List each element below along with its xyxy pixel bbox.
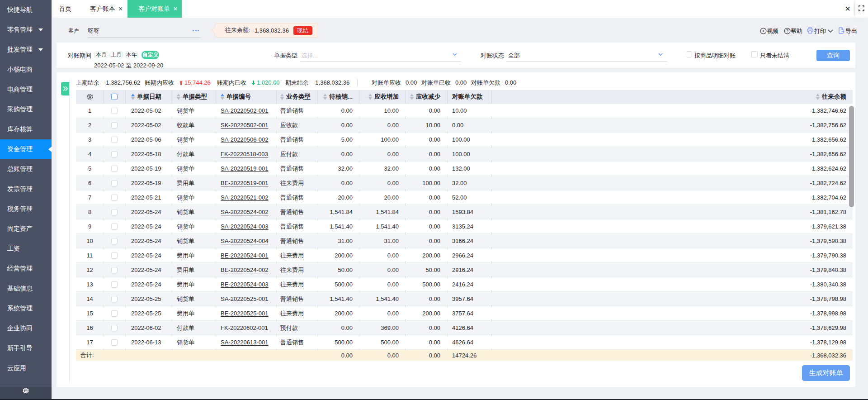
column-header[interactable]: 往来余额 (491, 90, 853, 104)
sort-icon[interactable] (221, 94, 224, 100)
table-row[interactable]: 152022-05-25费用单BE-20220525-001往来费用200.00… (76, 306, 853, 321)
tab-客户对账单[interactable]: 客户对账单× (127, 0, 181, 18)
table-row[interactable]: 112022-05-24费用单BE-20220524-001往来费用200.00… (76, 248, 853, 263)
row-checkbox[interactable] (111, 209, 118, 215)
table-row[interactable]: 52022-05-19销货单SA-20220519-001普通销售32.0032… (76, 162, 853, 176)
row-checkbox[interactable] (111, 151, 118, 157)
table-row[interactable]: 12022-05-02销货单SA-20220502-001普通销售0.0010.… (76, 104, 853, 118)
table-row[interactable]: 122022-05-24费用单BE-20220524-002往来费用50.000… (76, 263, 853, 277)
doc-number-link[interactable]: SA-20220519-001 (221, 165, 269, 172)
table-row[interactable]: 82022-05-24销货单SA-20220524-002普通销售1,541.8… (76, 205, 853, 219)
gear-icon[interactable] (86, 93, 94, 100)
table-row[interactable]: 32022-05-06销货单SA-20220506-002普通销售5.00100… (76, 133, 853, 147)
sort-icon[interactable] (816, 94, 820, 100)
period-pill-本年[interactable]: 本年 (125, 51, 138, 59)
more-icon[interactable] (193, 29, 200, 32)
sort-icon[interactable] (323, 94, 327, 100)
sidebar-item[interactable]: 经营管理 (0, 259, 52, 279)
sidebar-settings[interactable] (0, 387, 52, 399)
doc-number-link[interactable]: SA-20220613-001 (221, 339, 269, 346)
row-checkbox[interactable] (111, 325, 118, 331)
sidebar-item[interactable]: 快捷导航 (0, 0, 52, 20)
column-settings-header[interactable] (76, 90, 104, 104)
sort-icon[interactable] (410, 94, 414, 100)
status-select[interactable]: 全部 (508, 52, 520, 60)
table-row[interactable]: 142022-05-25销货单SA-20220525-001普通销售1,541.… (76, 292, 853, 306)
sort-icon[interactable] (280, 94, 284, 100)
unsettled-checkbox[interactable] (751, 51, 758, 57)
doc-number-link[interactable]: SA-20220525-001 (221, 295, 269, 302)
row-checkbox[interactable] (111, 281, 118, 288)
tab-首页[interactable]: 首页 (52, 0, 78, 18)
play-circle-icon[interactable] (760, 28, 767, 34)
select-all-checkbox[interactable] (111, 94, 118, 100)
row-checkbox[interactable] (111, 238, 118, 244)
table-row[interactable]: 102022-05-24销货单SA-20220524-004普通销售31.003… (76, 234, 853, 248)
row-checkbox[interactable] (111, 108, 118, 114)
table-row[interactable]: 162022-06-02付款单FK-20220602-001预付款0.00369… (76, 321, 853, 335)
doc-number-link[interactable]: BE-20220524-002 (221, 267, 269, 273)
question-circle-icon[interactable] (784, 28, 791, 34)
customer-input-value[interactable]: 呀呀 (88, 27, 99, 35)
row-checkbox[interactable] (111, 296, 118, 302)
sidebar-item[interactable]: 税务管理 (0, 199, 52, 219)
period-pill-自定义[interactable]: 自定义 (142, 51, 159, 59)
table-row[interactable]: 92022-05-24销货单SA-20220524-003普通销售1,541.4… (76, 219, 853, 234)
doc-number-link[interactable]: SA-20220524-003 (221, 223, 269, 230)
sidebar-item[interactable]: 新手引导 (0, 338, 52, 358)
chevron-down-icon[interactable] (452, 52, 458, 57)
doc-number-link[interactable]: BE-20220525-001 (221, 310, 269, 317)
export-button[interactable]: 导出 (845, 27, 857, 35)
generate-statement-button[interactable]: 生成对账单 (802, 365, 850, 381)
period-pill-上月[interactable]: 上月 (109, 51, 123, 59)
table-row[interactable]: 62022-05-19费用单BE-20220519-001往来费用0.000.0… (76, 176, 853, 190)
row-checkbox[interactable] (111, 166, 118, 172)
doc-number-link[interactable]: FK-20220518-003 (221, 151, 268, 157)
table-row[interactable]: 132022-05-24费用单BE-20220524-003往来费用500.00… (76, 277, 853, 292)
sidebar-item[interactable]: 总账管理 (0, 159, 52, 179)
table-row[interactable]: 22022-05-02收款单SK-20220502-001应收款0.000.00… (76, 118, 853, 133)
export-icon[interactable] (838, 27, 845, 34)
doc-number-link[interactable]: BE-20220519-001 (221, 180, 269, 186)
doc-number-link[interactable]: SA-20220521-002 (221, 194, 269, 201)
print-button[interactable]: 打印 (814, 27, 826, 35)
sidebar-item[interactable]: 库存核算 (0, 119, 52, 139)
row-checkbox[interactable] (111, 310, 118, 317)
query-button[interactable]: 查询 (816, 50, 850, 61)
sidebar-item[interactable]: 采购管理 (0, 100, 52, 119)
row-checkbox[interactable] (111, 180, 118, 186)
column-header[interactable]: 单据编号 (216, 90, 276, 104)
column-header[interactable]: 对账单欠款 (447, 90, 491, 104)
sidebar-item[interactable]: 小畅电商 (0, 60, 52, 80)
sidebar-item[interactable]: 系统管理 (0, 299, 52, 319)
doc-number-link[interactable]: SA-20220506-002 (221, 136, 269, 143)
doc-type-select[interactable]: 选择... (301, 52, 318, 60)
sidebar-item[interactable]: 云应用 (0, 358, 52, 378)
doc-number-link[interactable]: SA-20220524-002 (221, 209, 269, 215)
doc-number-link[interactable]: SK-20220502-001 (221, 122, 269, 129)
doc-number-link[interactable]: FK-20220602-001 (221, 324, 268, 331)
date-range[interactable]: 2022-05-02 至 2022-09-20 (94, 62, 163, 70)
sidebar-item[interactable]: 电商管理 (0, 80, 52, 100)
doc-number-link[interactable]: SA-20220524-004 (221, 238, 269, 244)
tab-close-icon[interactable]: × (173, 5, 177, 13)
table-row[interactable]: 42022-05-18付款单FK-20220518-003应付款0.000.00… (76, 147, 853, 162)
sort-icon[interactable] (177, 94, 180, 100)
sidebar-item[interactable]: 企业协同 (0, 319, 52, 338)
chevron-down-icon[interactable] (827, 29, 834, 33)
sidebar-item[interactable]: 零售管理 (0, 20, 52, 40)
fullscreen-icon[interactable] (859, 5, 864, 11)
window-close-button[interactable]: × (842, 0, 854, 18)
sidebar-item[interactable]: 资金管理 (0, 139, 52, 159)
row-checkbox[interactable] (111, 137, 118, 143)
row-checkbox[interactable] (111, 252, 118, 259)
column-header[interactable]: 应收增加 (359, 90, 405, 104)
sort-icon[interactable] (368, 94, 372, 100)
by-product-checkbox[interactable] (686, 51, 692, 57)
column-header[interactable]: 应收减少 (405, 90, 447, 104)
row-checkbox[interactable] (111, 195, 118, 201)
column-header[interactable]: 单据类型 (172, 90, 216, 104)
row-checkbox[interactable] (111, 267, 118, 273)
expand-panel-button[interactable] (61, 82, 69, 95)
video-button[interactable]: 视频 (767, 27, 778, 35)
